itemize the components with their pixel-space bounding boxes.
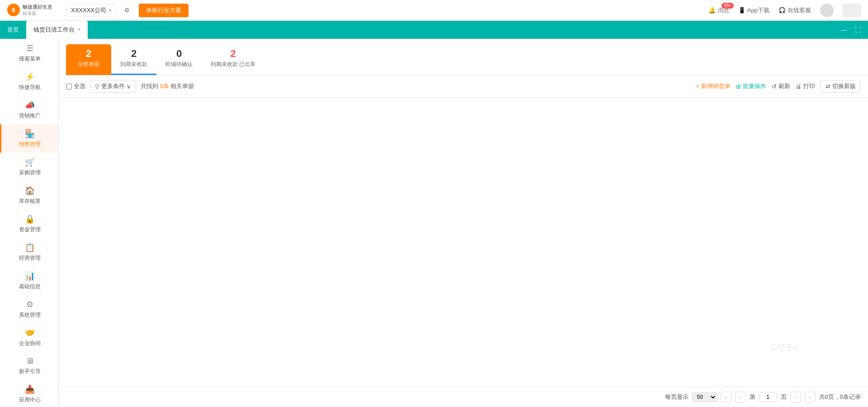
batch-label: 批量操作 bbox=[743, 82, 766, 90]
sidebar-label-finance: 资金管理 bbox=[19, 226, 41, 234]
work-tab-label: 钱货日清工作台 bbox=[33, 26, 75, 34]
operation-icon: 📋 bbox=[25, 243, 35, 253]
sidebar-item-purchase[interactable]: 🛒 采购管理 bbox=[0, 153, 58, 181]
filter-btn[interactable]: ▽ 更多条件 ∨ bbox=[90, 80, 136, 93]
notification-btn[interactable]: 🔔 消息 99+ bbox=[708, 6, 729, 14]
switch-label: 切换新版 bbox=[832, 82, 856, 90]
switch-new-version-btn[interactable]: ⇄ 切换新版 bbox=[821, 80, 861, 93]
stat-count-all: 2 bbox=[86, 48, 91, 60]
marketing-icon: 📣 bbox=[25, 100, 35, 110]
pagination: 每页显示 50 10 20 100 « ‹ 第 页 › » 共0页，0条记录 bbox=[59, 387, 868, 407]
sidebar-item-marketing[interactable]: 📣 营销推广 bbox=[0, 96, 58, 124]
table-area bbox=[59, 98, 868, 387]
gear-icon: ⚙ bbox=[124, 7, 130, 14]
result-text: 共找到 0条 相关单据 bbox=[141, 82, 194, 90]
avatar[interactable] bbox=[820, 4, 834, 17]
last-page-btn[interactable]: » bbox=[805, 392, 816, 402]
search-menu-icon: ☰ bbox=[26, 43, 33, 53]
content-area: 2 全部单据 2 到期未收款 0 旺铺待确认 2 到期未收款 已出库 bbox=[59, 39, 868, 407]
tab-expand-btn[interactable]: ⛶ bbox=[853, 24, 863, 35]
app-download-btn[interactable]: 📱 App下载 bbox=[738, 6, 769, 14]
experience-btn[interactable]: 体验行业方案 bbox=[139, 4, 189, 17]
total-info: 共0页，0条记录 bbox=[819, 393, 861, 401]
tab-work[interactable]: 钱货日清工作台 × bbox=[26, 21, 88, 39]
quick-nav-icon: ⚡ bbox=[25, 72, 35, 82]
sales-icon: 🏪 bbox=[25, 129, 35, 139]
select-all-input[interactable] bbox=[66, 84, 72, 89]
filter-icon: ▽ bbox=[95, 83, 99, 90]
tab-bar: 首页 钱货日清工作台 × — ⛶ bbox=[0, 21, 868, 39]
print-btn[interactable]: 🖨 打印 bbox=[796, 82, 815, 90]
online-service-btn[interactable]: 🎧 在线客服 bbox=[778, 6, 811, 14]
stat-tab-shipped[interactable]: 2 到期未收款 已出库 bbox=[202, 44, 264, 75]
headset-icon: 🎧 bbox=[778, 7, 786, 14]
result-prefix: 共找到 bbox=[141, 83, 158, 89]
tab-minimize-btn[interactable]: — bbox=[838, 24, 849, 35]
work-panel: 2 全部单据 2 到期未收款 0 旺铺待确认 2 到期未收款 已出库 bbox=[59, 39, 868, 407]
app-title: 畅捷通好生意 bbox=[23, 4, 52, 10]
bell-icon: 🔔 bbox=[708, 7, 716, 14]
sidebar-item-apps[interactable]: 📥 应用中心 bbox=[0, 380, 58, 407]
stat-tab-all[interactable]: 2 全部单据 bbox=[66, 44, 111, 75]
download-icon: 📱 bbox=[738, 7, 745, 14]
select-all-checkbox[interactable]: 全选 bbox=[66, 82, 85, 90]
stat-tab-wangpu[interactable]: 0 旺铺待确认 bbox=[156, 44, 202, 75]
sidebar-label-sales: 销售管理 bbox=[19, 140, 41, 148]
finance-icon: 🔒 bbox=[25, 214, 35, 224]
company-selector[interactable]: XXXXXX公司 ▾ bbox=[66, 4, 116, 17]
page-input[interactable] bbox=[759, 393, 777, 402]
stats-tabs: 2 全部单据 2 到期未收款 0 旺铺待确认 2 到期未收款 已出库 bbox=[59, 39, 868, 75]
sidebar-item-quick[interactable]: ⚡ 快捷导航 bbox=[0, 67, 58, 96]
refresh-btn[interactable]: ↺ 刷新 bbox=[772, 82, 790, 90]
home-tab-label: 首页 bbox=[7, 26, 19, 34]
print-label: 打印 bbox=[803, 82, 815, 90]
settings-button[interactable]: ⚙ bbox=[120, 3, 134, 18]
add-sales-btn[interactable]: + 新增销货单 bbox=[696, 82, 731, 90]
page-label: 第 bbox=[750, 393, 755, 401]
sidebar-item-sales[interactable]: 🏪 销售管理 bbox=[0, 124, 58, 153]
stat-label-all: 全部单据 bbox=[78, 61, 99, 68]
close-tab-icon[interactable]: × bbox=[77, 27, 80, 33]
batch-operation-btn[interactable]: ⊞ 批量操作 bbox=[736, 82, 766, 90]
sidebar-label-inventory: 库存核算 bbox=[19, 197, 41, 205]
logo-icon: 6 bbox=[7, 4, 20, 16]
stat-label-overdue: 到期未收款 bbox=[120, 61, 147, 68]
sidebar-label-purchase: 采购管理 bbox=[19, 169, 41, 177]
app-download-label: App下载 bbox=[747, 6, 769, 14]
sidebar-item-guide[interactable]: 🖥 新手引导 bbox=[0, 352, 58, 380]
switch-icon: ⇄ bbox=[826, 83, 830, 90]
refresh-icon: ↺ bbox=[772, 83, 777, 90]
stat-label-wangpu: 旺铺待确认 bbox=[165, 61, 193, 68]
stat-count-wangpu: 0 bbox=[176, 48, 182, 60]
user-menu[interactable] bbox=[843, 4, 861, 17]
guide-icon: 🖥 bbox=[26, 356, 34, 366]
sidebar-label-quick: 快捷导航 bbox=[19, 84, 41, 91]
page-label-end: 页 bbox=[781, 393, 787, 401]
sidebar-item-system[interactable]: ⚙ 系统管理 bbox=[0, 295, 58, 323]
sidebar-item-operation[interactable]: 📋 经营管理 bbox=[0, 238, 58, 267]
next-page-btn[interactable]: › bbox=[790, 392, 801, 402]
sidebar-item-search[interactable]: ☰ 搜索菜单 bbox=[0, 39, 58, 67]
logo-area: 6 畅捷通好生意 标准版 bbox=[7, 4, 66, 16]
sidebar-item-finance[interactable]: 🔒 资金管理 bbox=[0, 210, 58, 238]
sidebar-item-base[interactable]: 📊 基础信息 bbox=[0, 267, 58, 295]
sidebar-item-enterprise[interactable]: 🤝 企业协同 bbox=[0, 323, 58, 352]
enterprise-icon: 🤝 bbox=[25, 328, 35, 338]
sidebar-item-inventory[interactable]: 🏠 库存核算 bbox=[0, 181, 58, 210]
stat-count-shipped: 2 bbox=[231, 48, 236, 60]
result-suffix: 相关单据 bbox=[170, 83, 194, 89]
prev-page-btn[interactable]: ‹ bbox=[735, 392, 746, 402]
app-subtitle: 标准版 bbox=[23, 10, 52, 17]
stat-tab-overdue[interactable]: 2 到期未收款 bbox=[111, 44, 156, 75]
tab-home[interactable]: 首页 bbox=[0, 21, 26, 39]
sidebar-label-marketing: 营销推广 bbox=[19, 112, 41, 120]
top-header: 6 畅捷通好生意 标准版 XXXXXX公司 ▾ ⚙ 体验行业方案 🔔 消息 99… bbox=[0, 0, 868, 21]
toolbar: 全选 ▽ 更多条件 ∨ 共找到 0条 相关单据 + 新增销货单 bbox=[59, 75, 868, 98]
sidebar-label-enterprise: 企业协同 bbox=[19, 340, 41, 347]
main-layout: ☰ 搜索菜单 ⚡ 快捷导航 📣 营销推广 🏪 销售管理 🛒 采购管理 🏠 库存核… bbox=[0, 39, 868, 407]
apps-icon: 📥 bbox=[25, 384, 35, 394]
company-name: XXXXXX公司 bbox=[71, 6, 106, 14]
sidebar-label-base: 基础信息 bbox=[19, 283, 41, 290]
first-page-btn[interactable]: « bbox=[721, 392, 731, 402]
per-page-select[interactable]: 50 10 20 100 bbox=[692, 392, 717, 402]
